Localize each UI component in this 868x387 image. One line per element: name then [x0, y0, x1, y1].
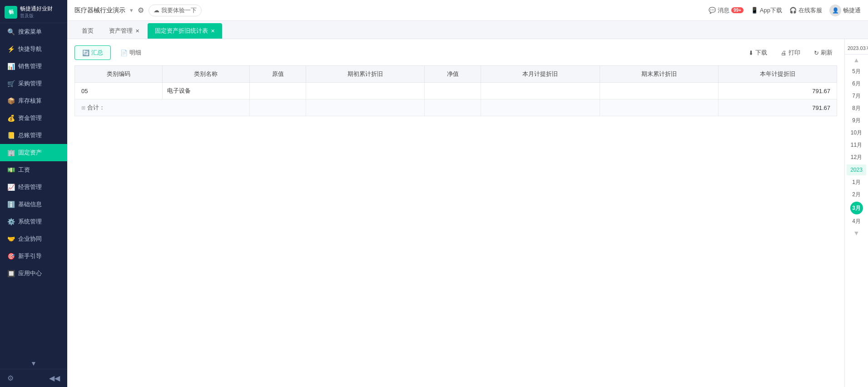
- sidebar-item-enterprise[interactable]: 🤝 企业协同: [0, 230, 67, 248]
- col-header-yearly-dep: 本年计提折旧: [718, 66, 837, 83]
- sub-tab-detail[interactable]: 📄 明细: [113, 45, 149, 60]
- sidebar-item-sales[interactable]: 📊 销售管理: [0, 58, 67, 75]
- sidebar-scroll-down[interactable]: ▼: [0, 358, 67, 369]
- logo-icon: 畅: [5, 6, 17, 19]
- col-header-opening-dep: 期初累计折旧: [306, 66, 425, 83]
- scroll-down-button[interactable]: ▼: [30, 360, 37, 367]
- sidebar-item-label: 系统管理: [18, 218, 42, 226]
- month-item-2[interactable]: 2月: [845, 189, 868, 201]
- sidebar-item-capital[interactable]: 💰 资金管理: [0, 109, 67, 127]
- sidebar: 畅 畅捷通好业财 普及版 🔍 搜索菜单 ⚡ 快捷导航 📊 销售管理 🛒 采购管理…: [0, 0, 67, 387]
- panel-scroll-up[interactable]: ▲: [853, 55, 860, 65]
- month-item-7[interactable]: 7月: [845, 90, 868, 102]
- panel-header: 2023.03 ✕ ⤢: [845, 42, 868, 55]
- col-header-monthly-dep: 本月计提折旧: [481, 66, 600, 83]
- month-item-6[interactable]: 6月: [845, 78, 868, 90]
- settings-icon[interactable]: ⚙: [7, 374, 14, 382]
- sidebar-item-fixed-assets[interactable]: 🏢 固定资产: [0, 144, 67, 161]
- sidebar-item-label: 新手引导: [18, 252, 42, 260]
- month-item-11[interactable]: 11月: [845, 139, 868, 151]
- month-item-5[interactable]: 5月: [845, 65, 868, 78]
- panel-close-icon[interactable]: ✕: [866, 45, 868, 51]
- cell-monthly-dep: [481, 83, 600, 99]
- col-header-code: 类别编码: [75, 66, 163, 83]
- month-item-12[interactable]: 12月: [845, 151, 868, 164]
- sub-tab-summary[interactable]: 🔄 汇总: [74, 45, 111, 60]
- capital-icon: 💰: [7, 114, 15, 122]
- experience-button[interactable]: ☁ 我要体验一下: [149, 5, 202, 16]
- page-content: 🔄 汇总 📄 明细 ⬇ 下载 🖨 打印: [67, 39, 844, 387]
- col-header-original: 原值: [250, 66, 306, 83]
- sidebar-item-label: 快捷导航: [18, 45, 42, 53]
- sidebar-item-label: 固定资产: [18, 149, 42, 157]
- sidebar-item-search[interactable]: 🔍 搜索菜单: [0, 23, 67, 40]
- month-item-10[interactable]: 10月: [845, 127, 868, 139]
- system-icon: ⚙️: [7, 218, 15, 225]
- sidebar-item-salary[interactable]: 💵 工资: [0, 161, 67, 179]
- download-button[interactable]: ⬇ 下载: [744, 47, 772, 59]
- inventory-icon: 📦: [7, 97, 15, 104]
- sum-closing-dep: [600, 99, 718, 116]
- sidebar-item-app-center[interactable]: 🔲 应用中心: [0, 265, 67, 282]
- sidebar-item-system[interactable]: ⚙️ 系统管理: [0, 213, 67, 230]
- collapse-icon[interactable]: ◀◀: [49, 374, 60, 382]
- message-icon: 💬: [709, 7, 716, 14]
- user-button[interactable]: 👤 畅捷通: [829, 5, 861, 16]
- app-download-button[interactable]: 📱 App下载: [751, 6, 782, 15]
- sidebar-scroll: 🔍 搜索菜单 ⚡ 快捷导航 📊 销售管理 🛒 采购管理 📦 库存核算 💰 资金管…: [0, 23, 67, 358]
- dropdown-icon[interactable]: ▾: [130, 7, 133, 14]
- sidebar-item-label: 经营管理: [18, 183, 42, 191]
- enterprise-icon: 🤝: [7, 235, 15, 243]
- print-icon: 🖨: [781, 50, 787, 56]
- panel-date-label: 2023.03: [848, 45, 866, 51]
- tab-fixed-depreciation[interactable]: 固定资产折旧统计表 ✕: [148, 23, 222, 39]
- logo-version: 普及版: [20, 13, 53, 19]
- sidebar-item-operations[interactable]: 📈 经营管理: [0, 179, 67, 196]
- sidebar-item-quick-nav[interactable]: ⚡ 快捷导航: [0, 40, 67, 58]
- sidebar-item-label: 工资: [18, 166, 30, 174]
- sidebar-item-ledger[interactable]: 📒 总账管理: [0, 127, 67, 144]
- tab-asset-mgmt[interactable]: 资产管理 ✕: [102, 23, 147, 39]
- fixed-assets-icon: 🏢: [7, 149, 15, 156]
- cell-original-value: [250, 83, 306, 99]
- table-row: 05 电子设备 791.67: [75, 83, 837, 99]
- cell-net-value: [425, 83, 481, 99]
- tab-home[interactable]: 首页: [74, 23, 101, 39]
- print-button[interactable]: 🖨 打印: [776, 47, 805, 59]
- sidebar-item-inventory[interactable]: 📦 库存核算: [0, 92, 67, 109]
- sidebar-item-label: 采购管理: [18, 79, 42, 88]
- sidebar-item-basic-info[interactable]: ℹ️ 基础信息: [0, 196, 67, 213]
- month-item-1[interactable]: 1月: [845, 176, 868, 189]
- month-item-3-wrapper: 3月: [850, 201, 863, 215]
- topbar-left: 医疗器械行业演示 ▾ ⚙ ☁ 我要体验一下: [74, 5, 202, 16]
- cloud-icon: ☁: [154, 7, 159, 14]
- panel-scroll-down[interactable]: ▼: [853, 228, 860, 238]
- topbar: 医疗器械行业演示 ▾ ⚙ ☁ 我要体验一下 💬 消息 99+ 📱 App下载 🎧…: [67, 0, 868, 21]
- download-icon: 📱: [751, 7, 758, 14]
- sum-net-value: [425, 99, 481, 116]
- month-item-8[interactable]: 8月: [845, 102, 868, 114]
- message-badge: 99+: [731, 7, 744, 13]
- month-item-3[interactable]: 3月: [850, 202, 863, 214]
- sidebar-item-label: 总账管理: [18, 131, 42, 139]
- tab-close-asset-mgmt[interactable]: ✕: [135, 28, 139, 34]
- sidebar-item-label: 库存核算: [18, 97, 42, 105]
- summary-icon: 🔄: [82, 50, 89, 56]
- tabbar: 首页 资产管理 ✕ 固定资产折旧统计表 ✕: [67, 21, 868, 39]
- sidebar-item-purchase[interactable]: 🛒 采购管理: [0, 75, 67, 92]
- online-service-button[interactable]: 🎧 在线客服: [789, 6, 822, 15]
- settings-button[interactable]: ⚙: [138, 6, 144, 15]
- avatar: 👤: [829, 5, 841, 16]
- tab-close-fixed-depreciation[interactable]: ✕: [211, 28, 215, 34]
- month-item-4[interactable]: 4月: [845, 215, 868, 228]
- sidebar-item-guide[interactable]: 🎯 新手引导: [0, 248, 67, 265]
- refresh-button[interactable]: ↻ 刷新: [809, 47, 837, 59]
- message-button[interactable]: 💬 消息 99+: [709, 6, 744, 15]
- quick-nav-icon: ⚡: [7, 45, 15, 53]
- sum-label-cell: ⊞ 合计：: [75, 99, 250, 116]
- sum-icon: ⊞: [81, 105, 85, 111]
- sidebar-item-label: 资金管理: [18, 114, 42, 122]
- year-2023-label: 2023: [847, 164, 866, 175]
- month-item-9[interactable]: 9月: [845, 114, 868, 127]
- search-icon: 🔍: [7, 28, 15, 35]
